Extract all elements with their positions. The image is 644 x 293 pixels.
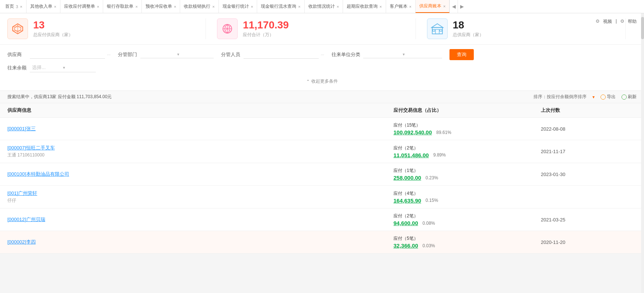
nav-tab-supplier-account-close[interactable]: × — [443, 4, 445, 8]
nav-tab-ar-ap-adjust-label: 应收应付调整单 — [64, 3, 95, 10]
nav-prev-arrow[interactable]: ◀ — [449, 0, 458, 13]
category-dropdown-arrow: ▾ — [403, 52, 440, 57]
nav-tab-receipt-verify[interactable]: 收款核销执行 × — [180, 0, 218, 13]
nav-tab-customer-account[interactable]: 客户账本 × — [386, 0, 416, 13]
balance-filter-label: 往来余额 — [7, 65, 28, 71]
last-pay-date-000100: 2023-01-30 — [541, 172, 566, 177]
scrollbar-thumb[interactable] — [641, 17, 644, 39]
col-supplier-info: 供应商信息 — [7, 107, 393, 114]
nav-tab-bank-deposit-close[interactable]: × — [135, 4, 137, 9]
nav-tab-bank-deposit[interactable]: 银行存取款单 × — [103, 0, 141, 13]
svg-rect-15 — [440, 30, 442, 31]
nav-tab-home[interactable]: 首页 3 × — [1, 0, 27, 13]
nav-tab-prepay-offset-close[interactable]: × — [174, 4, 176, 9]
search-button[interactable]: 查询 — [449, 49, 474, 60]
nav-tab-overdue-query-label: 超期应收款查询 — [347, 3, 378, 10]
table-row: [000100]本特勤油品有限公司 应付（1笔） 258,000.00 0.23… — [0, 163, 644, 186]
nav-tab-receipt-stat[interactable]: 收款情况统计 × — [305, 0, 343, 13]
dept-filter-label: 分管部门 — [118, 51, 138, 58]
nav-tab-other-income-close[interactable]: × — [54, 4, 56, 9]
nav-tab-prepay-offset[interactable]: 预收冲应收单 × — [142, 0, 180, 13]
nav-tab-customer-account-label: 客户账本 — [390, 3, 407, 10]
collapse-up-icon: ⌃ — [306, 79, 310, 84]
video-link[interactable]: 视频 — [603, 18, 612, 25]
tx-pct-000001: 89.61% — [436, 130, 451, 135]
nav-tab-cash-bank-stat[interactable]: 现金银行统计 × — [219, 0, 257, 13]
nav-tab-overdue-query[interactable]: 超期应收款查询 × — [343, 0, 386, 13]
svg-marker-12 — [431, 24, 443, 27]
nav-tab-cash-bank-query-close[interactable]: × — [298, 4, 300, 9]
refresh-button[interactable]: 刷新 — [622, 94, 637, 100]
tx-pct-000100: 0.23% — [426, 175, 438, 180]
supplier-info-cell: [000001]张三 — [7, 125, 393, 132]
nav-tab-receipt-verify-close[interactable]: × — [212, 4, 214, 9]
nav-tab-customer-account-close[interactable]: × — [409, 4, 412, 9]
tx-amount-000001[interactable]: 100,092,540.00 — [393, 129, 432, 135]
tx-amount-001[interactable]: 164,635.90 — [393, 197, 421, 204]
export-button[interactable]: 导出 — [601, 94, 616, 100]
collapse-button[interactable]: ⌃ 收起更多条件 — [7, 77, 637, 86]
table-row: [000002]李四 应付（5笔） 32,366.00 0.03% 2020-1… — [0, 231, 644, 254]
help-link[interactable]: 帮助 — [628, 18, 637, 25]
collapse-area: ⌃ 收起更多条件 — [7, 75, 637, 87]
payable-suppliers-label: 总应付供应商（家） — [33, 32, 73, 38]
tx-amount-000012[interactable]: 94,600.00 — [393, 220, 418, 226]
supplier-info-cell: [000100]本特勤油品有限公司 — [7, 171, 393, 177]
table-header: 供应商信息 应付交易信息（占比） 上次付数 — [0, 103, 644, 118]
person-dots: ··· — [321, 52, 324, 57]
nav-tab-prepay-offset-label: 预收冲应收单 — [146, 3, 172, 10]
nav-tab-receipt-stat-close[interactable]: × — [337, 4, 339, 9]
supplier-link-000100[interactable]: [000100]本特勤油品有限公司 — [7, 171, 393, 177]
tx-label-000001: 应付（15笔） — [393, 122, 541, 128]
supplier-input[interactable] — [30, 51, 105, 59]
summary-card-payable-suppliers: 13 总应付供应商（家） — [7, 18, 206, 39]
nav-tab-cash-bank-query[interactable]: 现金银行流水查询 × — [257, 0, 304, 13]
nav-tab-supplier-account-label: 供应商账本 — [419, 3, 441, 9]
supplier-link-000002[interactable]: [000002]李四 — [7, 239, 393, 245]
tx-amount-000002[interactable]: 32,366.00 — [393, 242, 418, 249]
scrollbar[interactable] — [641, 13, 644, 254]
last-pay-cell-000100: 2023-01-30 — [541, 172, 637, 177]
tx-amount-000100[interactable]: 258,000.00 — [393, 175, 421, 181]
nav-tab-cash-bank-stat-label: 现金银行统计 — [223, 3, 249, 10]
supplier-dots: ··· — [107, 52, 111, 57]
nav-tab-cash-bank-stat-close[interactable]: × — [251, 4, 253, 9]
supplier-info-cell: [001]广州荣轩 仔仔 — [7, 190, 393, 204]
person-input[interactable] — [244, 51, 319, 59]
supplier-link-000007[interactable]: [000007]恒旺二手叉车 — [7, 145, 393, 151]
svg-rect-14 — [433, 30, 435, 31]
store-icon — [427, 18, 448, 39]
tx-pct-001: 0.15% — [426, 198, 438, 203]
nav-tab-cash-bank-query-label: 现金银行流水查询 — [261, 3, 296, 10]
dept-dropdown-arrow: ▾ — [177, 52, 212, 57]
last-pay-date-000001: 2022-08-08 — [541, 126, 566, 132]
tx-info-cell: 应付（15笔） 100,092,540.00 89.61% — [393, 122, 541, 135]
tx-label-001: 应付（4笔） — [393, 190, 541, 197]
nav-tab-ar-ap-adjust-close[interactable]: × — [97, 4, 99, 9]
nav-tab-ar-ap-adjust[interactable]: 应收应付调整单 × — [60, 0, 103, 13]
filter-row-2: 往来余额 选择... ▾ — [7, 63, 637, 72]
dept-select[interactable]: ▾ — [140, 51, 214, 58]
nav-next-arrow[interactable]: ▶ — [458, 0, 466, 13]
tx-label-000012: 应付（2笔） — [393, 213, 541, 219]
sort-label[interactable]: 排序：按应付余额倒序排序 — [533, 94, 587, 100]
supplier-link-000012[interactable]: [000012]广州贝瑞 — [7, 216, 393, 223]
nav-tab-overdue-query-close[interactable]: × — [379, 4, 382, 9]
nav-tab-other-income[interactable]: 其他收入单 × — [27, 0, 60, 13]
person-filter: 分管人员 ··· — [221, 51, 324, 59]
category-select[interactable]: ▾ — [363, 51, 442, 58]
result-summary-text: 搜索结果中，供应商13家 应付金额 111,703,854.00元 — [7, 94, 112, 100]
nav-tab-other-income-label: 其他收入单 — [30, 3, 52, 10]
supplier-link-000001[interactable]: [000001]张三 — [7, 125, 393, 132]
balance-select[interactable]: 选择... ▾ — [30, 63, 96, 72]
result-bar: 搜索结果中，供应商13家 应付金额 111,703,854.00元 排序：按应付… — [0, 91, 644, 103]
nav-tab-supplier-account[interactable]: 供应商账本 × — [416, 0, 449, 13]
col-last-pay: 上次付数 — [541, 107, 637, 114]
supplier-link-001[interactable]: [001]广州荣轩 — [7, 190, 393, 197]
supplier-sub-001: 仔仔 — [7, 197, 393, 204]
tx-label-000100: 应付（1笔） — [393, 168, 541, 174]
supplier-info-cell: [000007]恒旺二手叉车 王通 17106110000 — [7, 145, 393, 158]
nav-tab-home-close[interactable]: × — [20, 4, 22, 9]
tx-amount-000007[interactable]: 11,051,486.00 — [393, 152, 429, 158]
tx-info-cell: 应付（5笔） 32,366.00 0.03% — [393, 235, 541, 249]
